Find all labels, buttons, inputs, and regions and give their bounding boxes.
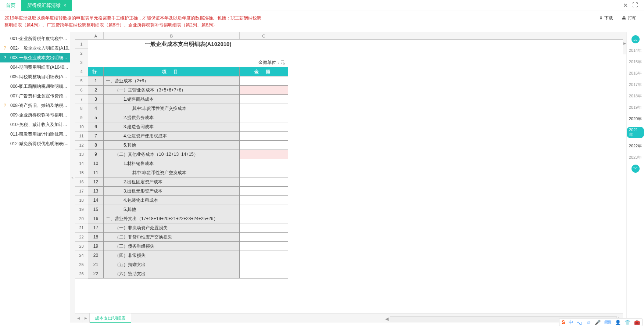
ime-keyboard-icon[interactable]: ⌨: [604, 320, 611, 323]
scroll-left-icon[interactable]: ◀: [384, 316, 390, 322]
ime-mic-icon[interactable]: 🎤: [595, 320, 601, 323]
amount-cell[interactable]: [240, 168, 288, 177]
year-item[interactable]: 2023年: [629, 154, 642, 161]
row-header[interactable]: 24: [75, 251, 88, 260]
scroll-up-icon[interactable]: ︽: [632, 35, 640, 43]
form-list-item[interactable]: 012-减免所得税优惠明细表(...: [0, 139, 70, 148]
row-header[interactable]: 11: [75, 132, 88, 141]
year-item[interactable]: 2015年: [629, 58, 642, 65]
form-list-item[interactable]: 007-广告费和业务宣传费跨...: [0, 91, 70, 101]
year-item[interactable]: 2020年: [629, 115, 642, 122]
amount-cell[interactable]: [240, 196, 288, 205]
fullscreen-icon[interactable]: ⛶: [632, 2, 638, 9]
row-header[interactable]: 5: [75, 76, 88, 86]
tab-home[interactable]: 首页: [0, 0, 21, 11]
row-header[interactable]: 8: [75, 104, 88, 113]
amount-cell[interactable]: [240, 214, 288, 223]
amount-cell[interactable]: [240, 86, 288, 95]
expand-year-handle[interactable]: ▶: [623, 32, 626, 54]
col-header-a[interactable]: A: [88, 32, 104, 39]
col-header-c[interactable]: C: [240, 32, 288, 39]
collapse-left-handle[interactable]: «: [70, 32, 75, 323]
amount-cell[interactable]: [240, 122, 288, 132]
form-list-item[interactable]: ?003-一般企业成本支出明细...: [0, 53, 70, 62]
form-list-item[interactable]: ?002-一般企业收入明细表(A10...: [0, 43, 70, 53]
sheet-body[interactable]: 1一般企业成本支出明细表(A102010)23金额单位：元4行次项 目金 额51…: [75, 40, 623, 313]
row-header[interactable]: 23: [75, 242, 88, 251]
amount-cell[interactable]: [240, 223, 288, 233]
row-header[interactable]: 1: [75, 40, 88, 49]
row-header[interactable]: 10: [75, 122, 88, 132]
row-header[interactable]: 19: [75, 205, 88, 214]
ime-user-icon[interactable]: 👤: [615, 320, 621, 323]
amount-cell[interactable]: [240, 95, 288, 104]
print-button[interactable]: 🖶 打印: [622, 15, 637, 22]
year-item[interactable]: 2014年: [629, 47, 642, 54]
form-item-label: 010-免税、减计收入及加计...: [10, 122, 67, 128]
ime-emoji-icon[interactable]: ☺: [586, 320, 591, 323]
close-window-icon[interactable]: ✕: [623, 2, 628, 9]
amount-cell[interactable]: [240, 104, 288, 113]
form-list-item[interactable]: 004-期间费用明细表(A1040...: [0, 62, 70, 72]
form-list-item[interactable]: 009-企业所得税弥补亏损明...: [0, 110, 70, 120]
row-header[interactable]: 4: [75, 67, 88, 76]
amount-cell[interactable]: [240, 76, 288, 86]
amount-cell[interactable]: [240, 205, 288, 214]
amount-cell[interactable]: [240, 159, 288, 168]
row-header[interactable]: 13: [75, 150, 88, 159]
ime-toolbox-icon[interactable]: 🧰: [634, 320, 640, 323]
amount-cell[interactable]: [240, 150, 288, 159]
form-list-item[interactable]: 006-职工薪酬纳税调整明细...: [0, 82, 70, 91]
sheet-nav-prev[interactable]: ▶: [82, 313, 90, 323]
row-header[interactable]: 14: [75, 159, 88, 168]
row-header[interactable]: 9: [75, 113, 88, 122]
ime-punct-icon[interactable]: •ں: [577, 320, 583, 323]
download-button[interactable]: ⇩ 下载: [599, 15, 613, 22]
row-header[interactable]: 15: [75, 168, 88, 177]
amount-cell[interactable]: [240, 233, 288, 242]
row-header[interactable]: 16: [75, 177, 88, 187]
year-item[interactable]: 2016年: [629, 70, 642, 77]
amount-cell[interactable]: [240, 260, 288, 269]
year-item[interactable]: 2017年: [629, 81, 642, 88]
amount-cell[interactable]: [240, 269, 288, 279]
amount-cell[interactable]: [240, 141, 288, 150]
col-header-b[interactable]: B: [104, 32, 240, 39]
ime-skin-icon[interactable]: 👕: [625, 320, 630, 323]
row-header[interactable]: 20: [75, 214, 88, 223]
row-header[interactable]: 25: [75, 260, 88, 269]
form-list-item[interactable]: 010-免税、减计收入及加计...: [0, 120, 70, 129]
row-header[interactable]: 18: [75, 196, 88, 205]
year-item[interactable]: 2019年: [629, 104, 642, 111]
row-header[interactable]: 3: [75, 58, 88, 67]
sogou-logo-icon[interactable]: S: [562, 319, 565, 323]
form-list-item[interactable]: 011-研发费用加计扣除优惠...: [0, 129, 70, 139]
row-header[interactable]: 12: [75, 141, 88, 150]
amount-cell[interactable]: [240, 177, 288, 187]
sheet-tab[interactable]: 成本支出明细表: [90, 313, 131, 323]
amount-cell[interactable]: [240, 113, 288, 122]
form-list-item[interactable]: 005-纳税调整项目明细表(A...: [0, 72, 70, 82]
sheet-nav-first[interactable]: ◀: [75, 313, 82, 323]
form-list-item[interactable]: 001-企业所得税年度纳税申...: [0, 34, 70, 43]
row-header[interactable]: 21: [75, 223, 88, 233]
row-header[interactable]: 22: [75, 233, 88, 242]
ime-language[interactable]: 中: [569, 319, 573, 323]
corner-cell[interactable]: [75, 32, 88, 39]
amount-cell[interactable]: [240, 251, 288, 260]
row-header[interactable]: 6: [75, 86, 88, 95]
row-header[interactable]: 17: [75, 187, 88, 196]
amount-cell[interactable]: [240, 132, 288, 141]
tab-tax-settlement[interactable]: 所得税汇算清缴 ×: [21, 0, 72, 11]
year-item[interactable]: 2018年: [629, 93, 642, 100]
row-header[interactable]: 7: [75, 95, 88, 104]
scroll-down-icon[interactable]: ︾: [632, 165, 640, 173]
amount-cell[interactable]: [240, 187, 288, 196]
row-header[interactable]: 26: [75, 269, 88, 279]
form-list-item[interactable]: ?008-资产折旧、摊销及纳税...: [0, 101, 70, 110]
year-item[interactable]: 2022年: [629, 143, 642, 150]
year-item[interactable]: 2021年: [627, 127, 644, 138]
amount-cell[interactable]: [240, 242, 288, 251]
close-icon[interactable]: ×: [64, 3, 66, 8]
row-header[interactable]: 2: [75, 49, 88, 58]
